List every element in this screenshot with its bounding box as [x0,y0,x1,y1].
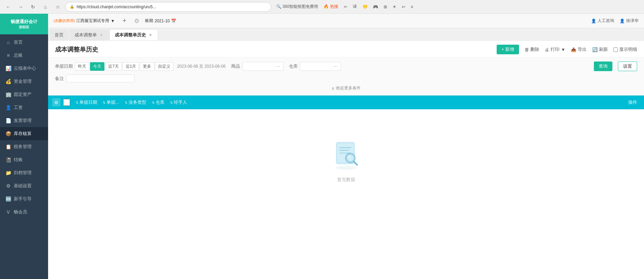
table-settings-icon[interactable]: ⚙ [52,98,60,107]
warehouse-label: 仓库 [289,63,298,69]
settings-tab-icon[interactable]: ⚙ [134,17,139,25]
date-range: 2023-06-06 至 2023-06-06 [177,64,225,69]
top-bar-right: 👤 人工咨询 👤 徐泽华 [591,18,639,24]
select-all-checkbox[interactable] [63,99,70,106]
sidebar-item-home[interactable]: ⌂ 首页 [0,36,48,49]
warehouse-filter: 仓库 ··· [289,62,341,71]
reports-icon: 📊 [5,66,11,71]
translate-tool[interactable]: 译 [351,3,359,10]
sidebar-item-ledger[interactable]: ≡ 总账 [0,49,48,62]
apps-tool[interactable]: ⊞ [382,4,389,10]
warehouse-select[interactable]: ··· [300,62,341,71]
wallet-tool[interactable]: 💛 [360,4,370,10]
browser-tools: 🔍 360智能抠图免费用 🔥 热搜 ✂ 译 💛 🎮 ⊞ ☀ ↩ ≡ [274,3,415,10]
home-button[interactable]: ⌂ [41,2,50,12]
sidebar-item-guide[interactable]: 🆕 新手引导 [0,192,48,205]
svg-point-9 [348,156,350,158]
sidebar-item-inventory[interactable]: 📦 库存核算 [0,127,48,140]
inventory-icon: 📦 [5,131,11,136]
sidebar-item-label: 资金管理 [14,78,32,85]
date-filter: 单据日期 昨天 今天 近7天 近1月 更多 自定义 2023-06-06 至 2… [55,62,226,71]
tab-cost-adjust[interactable]: 成本调整单 × [69,29,109,40]
sidebar-item-label: 税务管理 [14,144,32,150]
sidebar-item-fixed-assets[interactable]: 🏢 固定资产 [0,88,48,101]
remark-label: 备注 [55,76,64,82]
sidebar-item-funds[interactable]: 💰 资金管理 [0,75,48,88]
custom-btn[interactable]: 自定义 [155,62,173,71]
product-dots: ··· [275,63,280,69]
theme-tool[interactable]: ☀ [391,4,398,10]
th-handler[interactable]: ⇅ 经手人 [167,99,190,105]
warehouse-dots: ··· [333,63,338,69]
refresh-button[interactable]: 🔄 刷新 [592,46,608,53]
period-value: 2021-10 [155,19,170,23]
print-button[interactable]: 🖨 打印 ▼ [545,46,565,53]
remark-filter: 备注 [55,75,135,82]
reload-button[interactable]: ↻ [28,2,38,12]
setting-button[interactable]: 设置 [618,62,637,71]
collapse-button[interactable]: ∧ 收起更多条件 [331,85,361,91]
sidebar-item-member[interactable]: V 畅会员 [0,205,48,219]
sidebar-item-label: 库存核算 [14,131,32,137]
yesterday-btn[interactable]: 昨天 [75,62,89,71]
tab-cost-adjust-close[interactable]: × [99,33,104,37]
undo-tool[interactable]: ↩ [400,4,407,10]
th-type[interactable]: ⇅ 业务类型 [122,99,149,105]
address-bar[interactable]: 🔒 https://cloud.chanjet.com/accounting/u… [65,2,271,12]
table-toolbar: ⚙ ⇅ 单据日期 ⇅ 单据... ⇅ 业务类型 [48,96,644,109]
print-icon: 🖨 [545,47,549,52]
tab-cost-adjust-history-close[interactable]: × [148,33,153,37]
hot-search[interactable]: 🔥 热搜 [321,3,340,10]
company-selector[interactable]: (勿删勿禁用) 江西服宝测试专用 ▼ [54,18,115,24]
sidebar-item-label: 发票管理 [14,118,32,124]
sidebar-item-closing[interactable]: 📓 结账 [0,153,48,166]
month-btn[interactable]: 近1月 [123,62,139,71]
back-button[interactable]: ← [3,2,13,12]
sidebar-item-reports[interactable]: 📊 云报表中心 [0,62,48,75]
page-content: 成本调整单历史 + 新增 🗑 删除 🖨 打印 ▼ 📤 导出 [48,41,644,279]
sidebar-item-archive[interactable]: 📁 归档管理 [0,166,48,179]
th-date[interactable]: ⇅ 单据日期 [73,99,100,105]
remark-input[interactable] [66,75,135,82]
week-btn[interactable]: 近7天 [105,62,122,71]
tab-cost-adjust-history[interactable]: 成本调整单历史 × [110,29,158,40]
forward-button[interactable]: → [16,2,25,12]
game-tool[interactable]: 🎮 [371,4,380,10]
today-btn[interactable]: 今天 [90,62,104,71]
more-btn[interactable]: 更多 [140,62,154,71]
show-detail-checkbox[interactable] [613,47,618,52]
product-select[interactable]: ··· [242,62,283,71]
sort-icon: ⇅ [125,101,127,104]
user-profile-btn[interactable]: 👤 徐泽华 [620,18,639,24]
sidebar-item-settings[interactable]: ⚙ 基础设置 [0,179,48,192]
top-bar: (勿删勿禁用) 江西服宝测试专用 ▼ + ⚙ 账期 2021-10 📅 👤 人工… [48,14,644,28]
period-info: 账期 2021-10 📅 [145,18,176,24]
sidebar-item-tax[interactable]: 📋 税务管理 [0,140,48,153]
query-button[interactable]: 查询 [594,62,612,71]
tab-home[interactable]: 首页 [49,29,69,40]
delete-button[interactable]: 🗑 删除 [524,46,539,53]
show-detail-text: 显示明细 [619,46,637,53]
sidebar-item-payroll[interactable]: 👤 工资 [0,101,48,114]
sidebar-item-invoices[interactable]: 📄 发票管理 [0,114,48,127]
product-filter: 商品 ··· [231,62,283,71]
member-icon: V [5,209,11,215]
table-header-cols: ⇅ 单据日期 ⇅ 单据... ⇅ 业务类型 ⇅ 仓库 [73,99,625,105]
th-warehouse[interactable]: ⇅ 仓库 [149,99,167,105]
sort-icon: ⇅ [103,101,105,104]
search-tool[interactable]: 🔍 360智能抠图免费用 [274,3,320,10]
empty-icon [329,137,363,171]
show-detail-label[interactable]: 显示明细 [613,46,637,53]
sidebar-item-label: 云报表中心 [14,65,36,71]
th-number[interactable]: ⇅ 单据... [100,99,122,105]
scissors-tool[interactable]: ✂ [342,4,349,10]
lock-icon: 🔒 [70,4,75,9]
add-tab-button[interactable]: + [120,17,128,25]
bookmark-button[interactable]: ☆ [53,2,63,12]
menu-tool[interactable]: ≡ [409,4,415,10]
avatar-icon: 👤 [620,19,625,23]
export-button[interactable]: 📤 导出 [571,46,587,53]
new-button[interactable]: + 新增 [497,45,519,54]
sort-icon: ⇅ [76,101,78,104]
user-service-btn[interactable]: 👤 人工咨询 [591,18,614,24]
